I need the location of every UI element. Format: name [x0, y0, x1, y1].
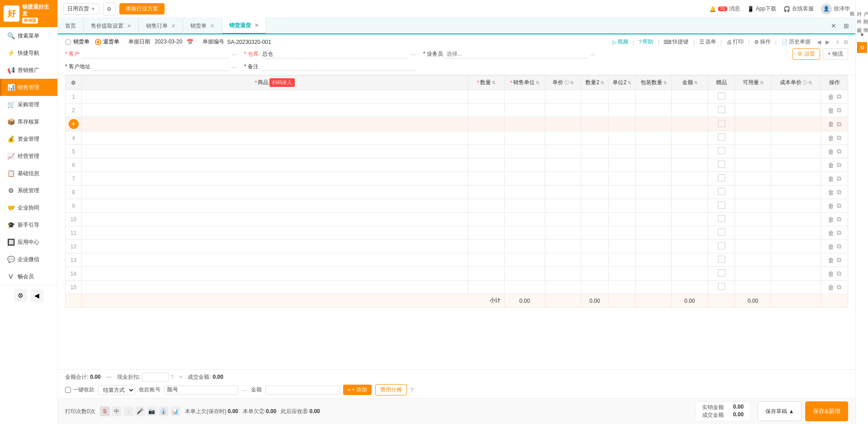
remark-input[interactable]: [260, 62, 416, 71]
sidebar-item-newbie[interactable]: 🎓 新手引导: [0, 216, 57, 233]
footer-icon-dot[interactable]: ·: [123, 406, 133, 416]
radio-return[interactable]: 退货单: [95, 38, 119, 46]
tab-sales-close[interactable]: ✕: [210, 23, 214, 29]
customer-more-icon[interactable]: ···: [231, 51, 237, 58]
delete-icon-10[interactable]: 🗑: [828, 216, 834, 223]
shortcut-link[interactable]: ⌨ 快捷键: [664, 38, 689, 46]
right-panel-tab-fav[interactable]: 收藏: [853, 20, 868, 27]
copy-icon-8[interactable]: ⧉: [837, 188, 841, 196]
right-panel-tab-attach[interactable]: 附件: [853, 12, 868, 19]
row-pack-1[interactable]: [636, 90, 672, 104]
cashier-amount-input[interactable]: [265, 386, 340, 395]
tab-price-settings[interactable]: 售价提取设置 ✕: [84, 18, 139, 34]
row-goods-3[interactable]: [82, 117, 468, 131]
tab-sales[interactable]: 销货单 ✕: [183, 18, 222, 34]
video-link[interactable]: ▷ 视频: [613, 38, 628, 46]
sidebar-item-shortcuts[interactable]: ⚡ 快捷导航: [0, 44, 57, 62]
row-unit2-1[interactable]: [609, 90, 636, 104]
gift-checkbox-7[interactable]: [718, 174, 725, 181]
sidebar-item-marketing[interactable]: 📢 营销推广: [0, 62, 57, 79]
warehouse-more-icon[interactable]: ···: [410, 51, 416, 58]
delete-icon-2[interactable]: 🗑: [828, 107, 834, 114]
gift-checkbox-11[interactable]: [718, 229, 725, 236]
sidebar-item-vip[interactable]: V 畅会员: [0, 268, 57, 285]
copy-icon-4[interactable]: ⧉: [837, 134, 841, 142]
gift-checkbox-6[interactable]: [718, 161, 725, 168]
tab-return-close[interactable]: ✕: [255, 23, 259, 29]
salesperson-more-icon[interactable]: ···: [590, 51, 595, 58]
row-unit-2[interactable]: [505, 104, 545, 117]
unit2-sort-icon[interactable]: ⇅: [627, 80, 631, 85]
copy-icon-12[interactable]: ⧉: [837, 243, 841, 250]
radio-sale[interactable]: 销货单: [65, 38, 90, 46]
doc-date-value[interactable]: 2023-03-20: [153, 38, 184, 45]
delete-icon-11[interactable]: 🗑: [828, 229, 834, 237]
save-new-button[interactable]: 保存&新增: [805, 401, 848, 421]
user-group[interactable]: 👤 徐泽华: [821, 4, 850, 14]
delete-icon-13[interactable]: 🗑: [828, 257, 834, 264]
row-price-2[interactable]: [545, 104, 581, 117]
delete-icon-1[interactable]: 🗑: [828, 93, 834, 100]
save-draft-button[interactable]: 保存草稿 ▲: [758, 401, 802, 421]
row-cost-1[interactable]: [771, 90, 821, 104]
row-qty-3[interactable]: [468, 117, 505, 131]
row-avail-2[interactable]: [735, 104, 771, 117]
address-input[interactable]: [92, 62, 230, 71]
row-goods-2[interactable]: [82, 104, 468, 117]
salesperson-input[interactable]: [445, 50, 588, 58]
right-panel-tab-other[interactable]: ⧉: [857, 42, 867, 53]
delete-icon-15[interactable]: 🗑: [828, 284, 834, 291]
row-cost-3[interactable]: [771, 117, 821, 131]
gift-checkbox-8[interactable]: [718, 188, 725, 195]
row-unit2-3[interactable]: [609, 117, 636, 131]
industry-select[interactable]: 日用百货 ▼: [63, 3, 99, 14]
tab-home[interactable]: 首页: [58, 18, 84, 34]
cashier-checkbox[interactable]: [65, 387, 71, 393]
tab-return[interactable]: 销货退货 ✕: [222, 18, 266, 34]
view-list-icon[interactable]: ≡: [836, 39, 839, 45]
footer-icon-shirt[interactable]: 👔: [159, 406, 169, 416]
row-gift-2[interactable]: [708, 104, 735, 117]
copy-icon-11[interactable]: ⧉: [837, 229, 841, 237]
message-group[interactable]: 🔔 70 消息: [709, 5, 740, 13]
gift-checkbox-13[interactable]: [718, 256, 725, 263]
copy-icon-14[interactable]: ⧉: [837, 270, 841, 277]
customer-input[interactable]: [81, 50, 230, 58]
row-qty2-3[interactable]: [581, 117, 609, 131]
right-panel-tab-star[interactable]: ★: [857, 28, 867, 41]
settings-button[interactable]: ⚙ 设置: [793, 48, 820, 60]
copy-icon-6[interactable]: ⧉: [837, 161, 841, 169]
row-amount-3[interactable]: [672, 117, 708, 131]
pack-sort-icon[interactable]: ⇅: [663, 80, 667, 85]
delete-icon-4[interactable]: 🗑: [828, 134, 834, 142]
tab-sales-order-close[interactable]: ✕: [171, 23, 175, 29]
operation-link[interactable]: ⚙ 操作: [754, 38, 771, 46]
gift-checkbox-4[interactable]: [718, 133, 725, 141]
sidebar-item-sales[interactable]: 📊 销售管理: [0, 79, 57, 96]
row-gift-1[interactable]: [708, 90, 735, 104]
cashier-checkbox-group[interactable]: 一键收款: [65, 386, 94, 394]
sidebar-item-collab[interactable]: 🤝 企业协同: [0, 199, 57, 216]
copy-icon-9[interactable]: ⧉: [837, 202, 841, 210]
history-link[interactable]: 📄 历史单据: [781, 38, 811, 46]
topbar-gear-button[interactable]: ⚙: [103, 3, 116, 15]
right-panel-tab-account[interactable]: 客户对账: [846, 4, 868, 11]
sidebar-item-finance[interactable]: 💰 资金管理: [0, 130, 57, 148]
row-unit2-2[interactable]: [609, 104, 636, 117]
expense-button[interactable]: 费用分摊: [375, 384, 407, 395]
tab-grid-icon[interactable]: ⊞: [841, 20, 852, 31]
discount-input[interactable]: [142, 372, 169, 381]
sidebar-item-system[interactable]: ⚙ 系统管理: [0, 182, 57, 199]
cashier-method-select[interactable]: 结算方式: [98, 385, 135, 395]
qty2-sort-icon[interactable]: ⇅: [600, 80, 604, 85]
row-avail-3[interactable]: [735, 117, 771, 131]
row-cost-2[interactable]: [771, 104, 821, 117]
row-price-1[interactable]: [545, 90, 581, 104]
copy-icon-5[interactable]: ⧉: [837, 148, 841, 155]
gift-checkbox-15[interactable]: [718, 283, 725, 290]
qty-sort-icon[interactable]: ⇅: [492, 80, 495, 85]
cashier-more-icon[interactable]: ···: [242, 386, 247, 394]
tab-price-close[interactable]: ✕: [127, 23, 131, 29]
delete-icon-12[interactable]: 🗑: [828, 243, 834, 250]
add-row-button[interactable]: +: [69, 119, 79, 129]
